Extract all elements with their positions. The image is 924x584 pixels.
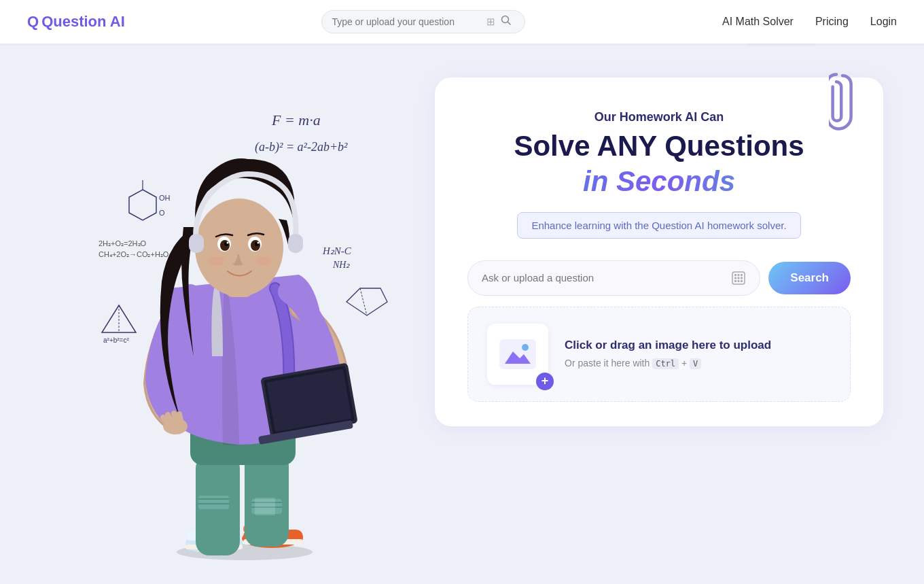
svg-rect-63 xyxy=(734,277,736,279)
svg-rect-52 xyxy=(189,234,204,253)
svg-line-57 xyxy=(174,413,176,419)
svg-rect-67 xyxy=(738,280,740,282)
svg-rect-64 xyxy=(738,277,740,279)
svg-rect-65 xyxy=(741,277,743,279)
right-section: Our Homework AI Can Solve ANY Questions … xyxy=(435,71,883,426)
kbd-ctrl: Ctrl xyxy=(652,358,679,369)
nav-search-input[interactable] xyxy=(332,16,481,27)
svg-rect-62 xyxy=(741,274,743,276)
svg-point-50 xyxy=(208,256,224,266)
navbar: Q Question AI ⊞ AI Math Solver Pricing L… xyxy=(0,0,924,44)
hero-title-line1: Solve ANY Questions xyxy=(467,130,851,162)
svg-line-55 xyxy=(163,417,167,423)
svg-rect-30 xyxy=(255,498,275,515)
main-content: F = m·a (a-b)² = a²-2ab+b² 2H₂+O₂=2H₂O C… xyxy=(0,44,924,584)
nav-search-icon[interactable] xyxy=(501,15,512,29)
svg-rect-32 xyxy=(198,496,229,509)
main-search-input[interactable] xyxy=(482,272,724,284)
svg-point-51 xyxy=(255,256,272,266)
svg-point-48 xyxy=(227,242,229,244)
svg-line-56 xyxy=(168,415,171,421)
search-bar-wrap: Search xyxy=(467,260,851,296)
hero-description-wrap: Enhance learning with the Question AI ho… xyxy=(467,212,851,239)
upload-paste-hint: Or paste it here with Ctrl + V xyxy=(565,358,771,369)
upload-title: Click or drag an image here to upload xyxy=(565,339,771,352)
kbd-v: V xyxy=(690,358,701,369)
svg-rect-61 xyxy=(738,274,740,276)
search-button[interactable]: Search xyxy=(768,262,851,294)
logo-text: Question AI xyxy=(41,13,125,31)
search-input-container[interactable] xyxy=(467,260,760,296)
svg-rect-53 xyxy=(288,234,303,253)
paperclip-decoration xyxy=(829,71,856,132)
nav-calculator-icon[interactable]: ⊞ xyxy=(486,16,495,28)
nav-search-bar[interactable]: ⊞ xyxy=(321,10,525,33)
hero-title-line2: in Seconds xyxy=(467,165,851,198)
svg-point-70 xyxy=(522,344,529,351)
svg-rect-69 xyxy=(499,339,536,369)
calculator-icon-button[interactable] xyxy=(731,271,746,286)
nav-item-login[interactable]: Login xyxy=(870,16,897,28)
svg-line-58 xyxy=(179,414,181,421)
upload-thumbnail: + xyxy=(487,324,548,385)
nav-item-ai-math-solver[interactable]: AI Math Solver xyxy=(722,16,794,28)
svg-line-1 xyxy=(508,22,511,25)
upload-text: Click or drag an image here to upload Or… xyxy=(565,339,771,369)
svg-rect-66 xyxy=(734,280,736,282)
character-illustration xyxy=(109,98,367,560)
hero-description: Enhance learning with the Question AI ho… xyxy=(517,212,800,239)
nav-item-pricing[interactable]: Pricing xyxy=(815,16,849,28)
svg-point-49 xyxy=(257,242,260,244)
upload-plus-icon: + xyxy=(536,373,554,390)
hero-subtitle: Our Homework AI Can xyxy=(467,110,851,124)
nav-links: AI Math Solver Pricing Login xyxy=(722,16,897,28)
logo[interactable]: Q Question AI xyxy=(27,13,125,31)
left-section: F = m·a (a-b)² = a²-2ab+b² 2H₂+O₂=2H₂O C… xyxy=(41,71,435,560)
svg-point-41 xyxy=(195,199,283,296)
upload-area[interactable]: + Click or drag an image here to upload … xyxy=(467,307,851,402)
svg-rect-68 xyxy=(741,280,743,282)
svg-rect-60 xyxy=(734,274,736,276)
hero-card: Our Homework AI Can Solve ANY Questions … xyxy=(435,78,883,426)
logo-q: Q xyxy=(27,13,39,31)
